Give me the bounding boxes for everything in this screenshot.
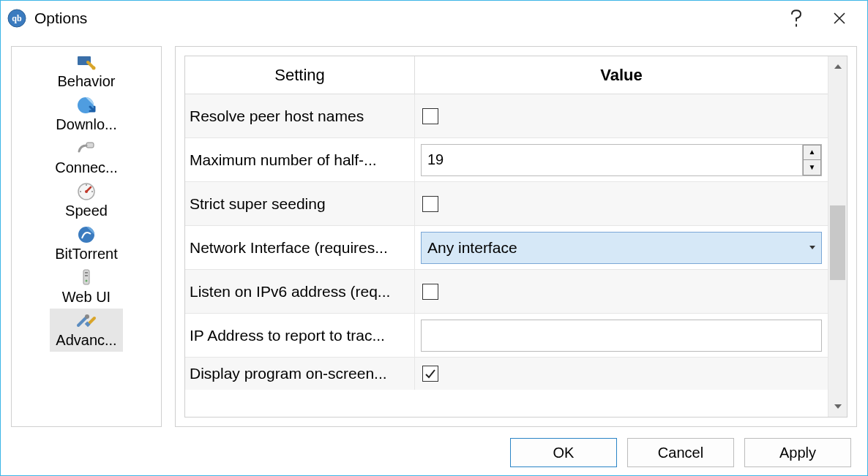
setting-label: IP Address to report to trac... [185, 314, 415, 357]
combo-network-interface[interactable]: Any interface [421, 232, 822, 264]
grid-body: Resolve peer host names Maximum number o… [185, 94, 828, 417]
setting-label: Strict super seeding [185, 182, 415, 225]
svg-point-9 [91, 191, 93, 192]
spinbox-input[interactable] [422, 145, 802, 175]
app-icon: qb [7, 8, 27, 29]
checkbox-listen-ipv6[interactable] [422, 284, 438, 300]
svg-point-3 [92, 67, 96, 70]
chevron-down-icon [809, 246, 815, 250]
setting-value: Any interface [415, 226, 828, 269]
help-button[interactable] [775, 4, 818, 33]
category-sidebar: Behavior Downlo... Connec... [11, 46, 162, 427]
sidebar-item-label: Web UI [62, 289, 111, 306]
grid-row: Strict super seeding [185, 182, 828, 226]
settings-grid-wrap: Setting Value Resolve peer host names [184, 56, 848, 418]
svg-point-15 [86, 280, 88, 282]
sidebar-item-label: Behavior [58, 73, 116, 90]
combo-value: Any interface [427, 239, 809, 257]
sidebar-item-behavior[interactable]: Behavior [50, 50, 123, 93]
sidebar-item-connection[interactable]: Connec... [50, 136, 123, 179]
svg-rect-13 [85, 272, 88, 273]
svg-point-16 [85, 314, 89, 319]
scroll-thumb[interactable] [830, 205, 845, 280]
checkbox-resolve-peer-hostnames[interactable] [422, 108, 438, 124]
sidebar-item-advanced[interactable]: Advanc... [50, 309, 123, 352]
svg-point-8 [86, 184, 87, 186]
column-header-value[interactable]: Value [415, 56, 828, 94]
grid-row: Resolve peer host names [185, 94, 828, 138]
setting-label: Maximum number of half-... [185, 138, 415, 181]
grid-row: IP Address to report to trac... [185, 314, 828, 358]
panes: Behavior Downlo... Connec... [11, 46, 857, 427]
sidebar-item-label: Speed [65, 203, 108, 219]
speed-icon [75, 181, 97, 203]
webui-icon [75, 267, 97, 289]
setting-value [415, 270, 828, 313]
spin-up-button[interactable]: ▲ [803, 145, 821, 160]
options-window: qb Options Behavior [0, 0, 868, 476]
grid-header: Setting Value [185, 56, 828, 94]
setting-value [415, 358, 828, 390]
settings-panel: Setting Value Resolve peer host names [175, 46, 857, 427]
setting-label: Listen on IPv6 address (req... [185, 270, 415, 313]
downloads-icon [75, 94, 97, 116]
spin-down-button[interactable]: ▼ [803, 159, 821, 175]
svg-text:qb: qb [12, 13, 22, 23]
cancel-button[interactable]: Cancel [627, 438, 734, 467]
close-button[interactable] [818, 4, 861, 33]
titlebar: qb Options [1, 1, 867, 36]
apply-button[interactable]: Apply [744, 438, 851, 467]
grid-row: Listen on IPv6 address (req... [185, 270, 828, 314]
dialog-footer: OK Cancel Apply [11, 427, 857, 471]
text-ip-report-trackers[interactable] [421, 320, 822, 352]
sidebar-item-label: Connec... [55, 159, 118, 176]
scroll-track[interactable] [828, 77, 847, 396]
advanced-icon [75, 310, 97, 332]
setting-label: Network Interface (requires... [185, 226, 415, 269]
grid-row: Network Interface (requires... Any inter… [185, 226, 828, 270]
grid-row: Maximum number of half-... ▲ ▼ [185, 138, 828, 182]
svg-point-10 [80, 191, 81, 192]
checkbox-strict-super-seeding[interactable] [422, 196, 438, 212]
spinbox-max-half-open[interactable]: ▲ ▼ [421, 144, 822, 176]
settings-grid: Setting Value Resolve peer host names [185, 56, 828, 417]
bittorrent-icon [75, 224, 97, 246]
scroll-up-button[interactable] [828, 56, 847, 77]
connection-icon [75, 137, 97, 159]
setting-value [415, 314, 828, 357]
setting-label: Resolve peer host names [185, 94, 415, 137]
window-title: Options [34, 10, 87, 27]
sidebar-item-label: Downlo... [56, 116, 116, 133]
dialog-body: Behavior Downlo... Connec... [1, 36, 867, 475]
sidebar-item-speed[interactable]: Speed [50, 179, 123, 222]
setting-value [415, 94, 828, 137]
setting-value: ▲ ▼ [415, 138, 828, 181]
scroll-down-button[interactable] [828, 396, 847, 417]
sidebar-item-label: Advanc... [56, 332, 116, 349]
vertical-scrollbar[interactable] [828, 56, 847, 417]
sidebar-item-bittorrent[interactable]: BitTorrent [50, 222, 123, 265]
text-input[interactable] [422, 320, 821, 351]
setting-value [415, 182, 828, 225]
ok-button[interactable]: OK [510, 438, 617, 467]
checkbox-display-osd[interactable] [422, 366, 438, 382]
setting-label: Display program on-screen... [185, 358, 415, 390]
sidebar-item-label: BitTorrent [55, 246, 118, 262]
column-header-setting[interactable]: Setting [185, 56, 415, 94]
svg-rect-5 [86, 143, 94, 148]
sidebar-item-downloads[interactable]: Downlo... [50, 93, 123, 136]
sidebar-item-webui[interactable]: Web UI [50, 265, 123, 309]
behavior-icon [75, 51, 97, 73]
grid-row: Display program on-screen... [185, 358, 828, 390]
svg-rect-14 [85, 275, 88, 276]
